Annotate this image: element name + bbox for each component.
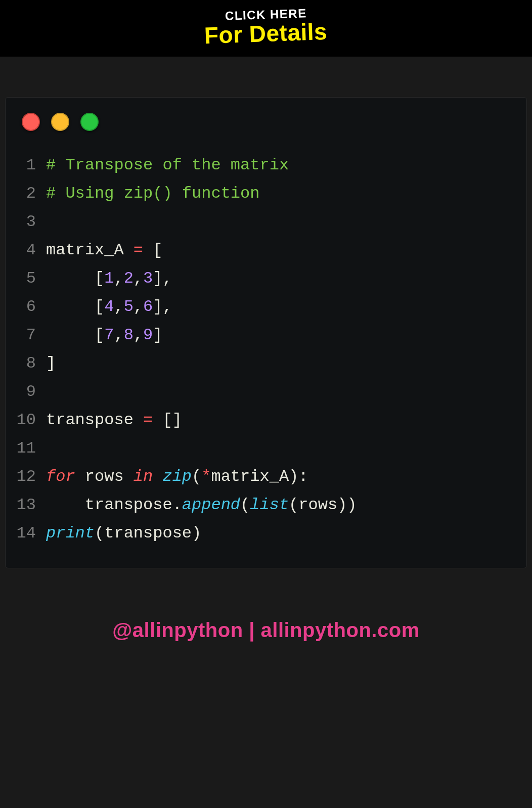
code-window: 1# Transpose of the matrix2# Using zip()… [5, 97, 527, 568]
traffic-lights [22, 113, 516, 131]
minimize-icon [51, 113, 69, 131]
banner[interactable]: CLICK HERE For Details [0, 0, 532, 57]
code-line: 14print(transpose) [16, 519, 516, 548]
code-line: 11 [16, 434, 516, 463]
spacer [0, 57, 532, 97]
line-number: 14 [16, 519, 46, 548]
line-number: 2 [16, 179, 46, 208]
line-content: transpose.append(list(rows)) [46, 491, 357, 519]
line-number: 13 [16, 491, 46, 519]
line-content: for rows in zip(*matrix_A): [46, 463, 308, 491]
line-content: # Using zip() function [46, 179, 259, 208]
code-line: 9 [16, 378, 516, 406]
code-line: 5 [1,2,3], [16, 264, 516, 293]
line-content: # Transpose of the matrix [46, 151, 289, 179]
code-line: 6 [4,5,6], [16, 293, 516, 321]
line-number: 6 [16, 293, 46, 321]
line-number: 7 [16, 321, 46, 349]
line-content: ] [46, 349, 56, 378]
line-content: transpose = [] [46, 406, 182, 434]
banner-for-details: For Details [204, 18, 328, 49]
code-body: 1# Transpose of the matrix2# Using zip()… [16, 151, 516, 548]
line-number: 11 [16, 434, 46, 463]
code-line: 8] [16, 349, 516, 378]
footer-handle: @allinpython | allinpython.com [112, 619, 419, 641]
code-line: 3 [16, 208, 516, 236]
line-content: [1,2,3], [46, 264, 172, 293]
code-line: 13 transpose.append(list(rows)) [16, 491, 516, 519]
code-line: 12for rows in zip(*matrix_A): [16, 463, 516, 491]
code-line: 7 [7,8,9] [16, 321, 516, 349]
line-number: 4 [16, 236, 46, 264]
code-line: 2# Using zip() function [16, 179, 516, 208]
footer: @allinpython | allinpython.com [0, 568, 532, 642]
code-line: 1# Transpose of the matrix [16, 151, 516, 179]
line-number: 1 [16, 151, 46, 179]
line-content: [7,8,9] [46, 321, 162, 349]
code-line: 4matrix_A = [ [16, 236, 516, 264]
close-icon [22, 113, 40, 131]
line-number: 5 [16, 264, 46, 293]
line-number: 9 [16, 378, 46, 406]
line-content: print(transpose) [46, 519, 201, 548]
line-number: 8 [16, 349, 46, 378]
code-line: 10transpose = [] [16, 406, 516, 434]
line-number: 3 [16, 208, 46, 236]
line-number: 10 [16, 406, 46, 434]
line-content: [4,5,6], [46, 293, 172, 321]
line-number: 12 [16, 463, 46, 491]
maximize-icon [80, 113, 99, 131]
line-content: matrix_A = [ [46, 236, 162, 264]
